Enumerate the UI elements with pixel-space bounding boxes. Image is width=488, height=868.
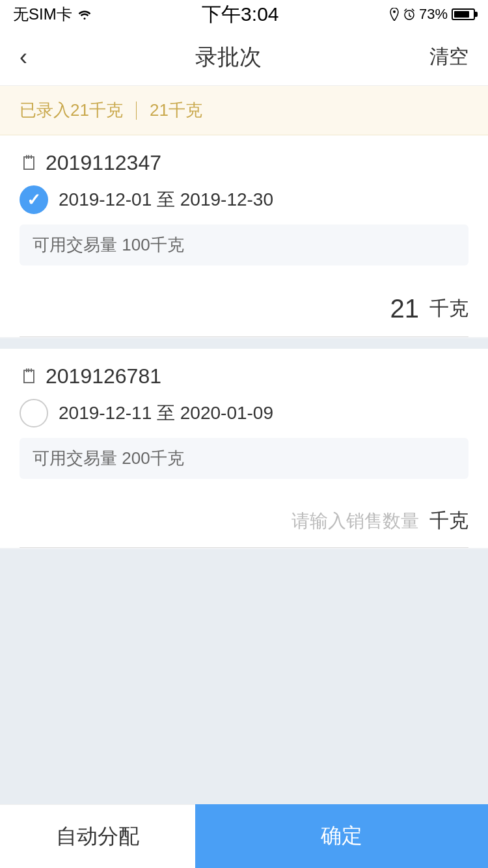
amount-divider-1	[20, 336, 468, 337]
batch-header-2: 🗒 2019126781	[20, 364, 468, 388]
amount-input-1[interactable]	[341, 294, 419, 323]
availability-2: 可用交易量 200千克	[20, 438, 468, 479]
clear-button[interactable]: 清空	[429, 44, 468, 70]
batch-card-1: 🗒 2019112347 2019-12-01 至 2019-12-30 可用交…	[0, 135, 488, 337]
amount-unit-1: 千克	[429, 295, 468, 322]
status-bar: 无SIM卡 下午3:04 73%	[0, 0, 488, 29]
sim-text: 无SIM卡	[13, 4, 72, 25]
input-underline-2	[20, 547, 468, 548]
status-bar-time: 下午3:04	[202, 1, 278, 28]
batch-doc-icon-2: 🗒	[20, 366, 39, 388]
batch-card-2: 🗒 2019126781 2019-12-11 至 2020-01-09 可用交…	[0, 349, 488, 548]
location-icon	[389, 8, 400, 21]
svg-point-0	[393, 10, 396, 13]
bottom-buttons: 自动分配 确定	[0, 804, 488, 868]
input-unit-2: 千克	[429, 508, 468, 534]
batch-header-1: 🗒 2019112347	[20, 151, 468, 175]
wifi-icon	[77, 9, 92, 20]
batch-id-1: 2019112347	[46, 151, 161, 175]
status-bar-left: 无SIM卡	[13, 4, 92, 25]
alarm-icon	[403, 8, 415, 20]
banner-divider	[136, 102, 137, 120]
auto-distribute-button[interactable]: 自动分配	[0, 804, 195, 868]
confirm-button[interactable]: 确定	[195, 804, 488, 868]
date-row-1[interactable]: 2019-12-01 至 2019-12-30	[20, 185, 468, 214]
recorded-value: 21千克	[150, 99, 202, 122]
status-bar-right: 73%	[389, 6, 475, 23]
input-row-2: 千克	[0, 495, 488, 547]
back-button[interactable]: ‹	[20, 44, 27, 71]
date-row-2[interactable]: 2019-12-11 至 2020-01-09	[20, 399, 468, 427]
batch-doc-icon-1: 🗒	[20, 152, 39, 174]
radio-2[interactable]	[20, 399, 48, 427]
amount-row-1: 千克	[0, 281, 488, 336]
availability-1: 可用交易量 100千克	[20, 224, 468, 265]
battery-percent: 73%	[419, 6, 448, 23]
recorded-label: 已录入21千克	[20, 99, 123, 122]
radio-1[interactable]	[20, 185, 48, 214]
date-text-2: 2019-12-11 至 2020-01-09	[59, 401, 273, 426]
quantity-input-2[interactable]	[20, 511, 419, 532]
date-text-1: 2019-12-01 至 2019-12-30	[59, 187, 273, 212]
batch-id-2: 2019126781	[46, 364, 161, 388]
nav-bar: ‹ 录批次 清空	[0, 29, 488, 86]
section-divider	[0, 338, 488, 349]
page-title: 录批次	[195, 42, 262, 72]
battery-icon	[452, 8, 475, 20]
info-banner: 已录入21千克 21千克	[0, 86, 488, 135]
